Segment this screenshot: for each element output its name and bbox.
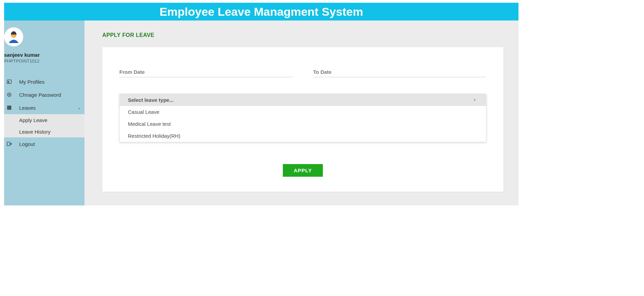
dropdown-option[interactable]: Medical Leave test [120,118,486,130]
svg-rect-10 [9,107,10,108]
dropdown-option[interactable]: Casual Leave [120,106,486,118]
svg-rect-13 [9,108,10,110]
leave-type-dropdown[interactable]: Select leave type... ▼ Casual Leave Medi… [119,94,486,142]
dropdown-option-placeholder[interactable]: Select leave type... ▼ [120,94,486,106]
user-avatar-icon [6,29,21,44]
apply-button[interactable]: APPLY [283,164,323,177]
sidebar-item-leave-history[interactable]: Leave History [4,126,84,137]
svg-point-3 [8,81,9,82]
svg-rect-6 [7,106,9,107]
sidebar: sanjeev kumar PHPTPOINT1012 My Profiles … [4,21,84,205]
svg-rect-11 [10,107,11,108]
page-title: APPLY FOR LEAVE [102,32,503,38]
sidebar-item-label: My Profiles [19,79,44,85]
from-date-field[interactable]: From Date [119,69,293,77]
user-code: PHPTPOINT1012 [4,58,84,64]
sidebar-item-label: Leave History [19,129,51,135]
svg-rect-8 [10,106,11,107]
svg-rect-9 [7,107,9,108]
from-date-label: From Date [119,69,293,75]
profile-icon [5,79,13,84]
sidebar-item-label: Leaves [19,105,36,111]
main-content: APPLY FOR LEAVE From Date To Date Select… [84,21,518,205]
dropdown-option[interactable]: Restricted Holiday(RH) [120,130,486,142]
sidebar-item-profiles[interactable]: My Profiles [4,75,84,88]
leave-form-card: From Date To Date Select Leave Type... D… [102,47,503,192]
caret-down-icon: ▼ [473,98,476,102]
chevron-down-icon: ⌄ [78,105,81,110]
app-title: Employee Leave Managment System [159,5,363,18]
gear-icon [5,92,13,97]
svg-rect-15 [7,142,10,146]
sidebar-item-label: Logout [19,141,35,147]
to-date-field[interactable]: To Date [313,69,487,77]
svg-rect-12 [7,108,9,110]
leaves-submenu: Apply Leave Leave History [4,114,84,137]
user-name: sanjeev kumar [4,52,84,58]
sidebar-item-logout[interactable]: Logout [4,137,84,150]
sidebar-item-apply-leave[interactable]: Apply Leave [4,114,84,126]
sidebar-item-password[interactable]: Chnage Password [4,88,84,101]
top-header: Employee Leave Managment System [4,3,518,21]
sidebar-item-label: Apply Leave [19,117,48,123]
svg-rect-7 [9,106,10,107]
svg-point-5 [9,94,10,95]
svg-rect-2 [7,80,11,84]
grid-icon [5,105,13,110]
sidebar-item-label: Chnage Password [19,92,61,98]
svg-rect-14 [10,108,11,110]
to-date-label: To Date [313,69,487,75]
logout-icon [5,141,13,147]
leave-type-select-wrap: Select Leave Type... Description Select … [119,94,486,142]
sidebar-item-leaves[interactable]: Leaves ⌄ [4,101,84,114]
dropdown-placeholder-text: Select leave type... [128,97,173,103]
avatar [4,27,23,46]
